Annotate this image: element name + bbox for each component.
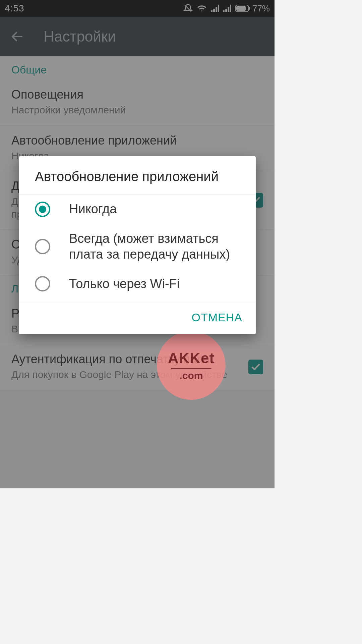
dialog-title: Автообновление приложений — [19, 156, 256, 195]
option-label: Только через Wi-Fi — [69, 276, 240, 292]
watermark-line2: .com — [179, 370, 203, 381]
radio-selected-icon — [35, 202, 50, 217]
autoupdate-dialog: Автообновление приложений Никогда Всегда… — [19, 156, 256, 334]
radio-unselected-icon — [35, 239, 50, 254]
option-label: Всегда (может взиматься плата за передач… — [69, 231, 240, 263]
option-never[interactable]: Никогда — [19, 195, 256, 224]
watermark-line1: AKKet — [168, 350, 215, 367]
radio-unselected-icon — [35, 276, 50, 291]
dialog-actions: ОТМЕНА — [19, 302, 256, 334]
option-label: Никогда — [69, 201, 240, 217]
watermark-badge: AKKet .com — [157, 331, 226, 400]
cancel-button[interactable]: ОТМЕНА — [192, 311, 242, 324]
watermark-divider — [171, 368, 212, 369]
option-wifi[interactable]: Только через Wi-Fi — [19, 269, 256, 299]
option-always[interactable]: Всегда (может взиматься плата за передач… — [19, 224, 256, 269]
